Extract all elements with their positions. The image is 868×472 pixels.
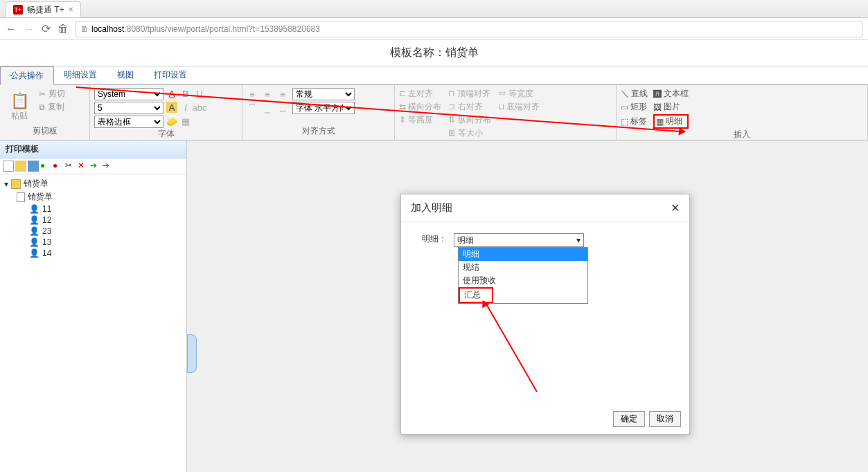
trash-icon[interactable]: 🗑 — [57, 23, 69, 35]
remove-icon[interactable]: ✕ — [78, 161, 89, 172]
tree-user[interactable]: 👤11 — [4, 203, 182, 215]
detail-dropdown: 明细 现结 使用预收 汇总 — [458, 247, 588, 304]
group-label-align: 对齐方式 — [247, 125, 390, 137]
tree-user[interactable]: 👤23 — [4, 226, 182, 237]
option-detail[interactable]: 明细 — [459, 248, 587, 261]
ok-button[interactable]: 确定 — [613, 411, 645, 427]
forward-icon[interactable]: → — [24, 23, 35, 35]
person-icon: 👤 — [29, 248, 39, 258]
layout-equal-width[interactable]: ⇔ 等宽度 — [498, 88, 540, 100]
clipboard-icon: 📋 — [10, 92, 29, 110]
layout-align-bottom[interactable]: ⊔ 底端对齐 — [498, 101, 540, 113]
favicon: T+ — [13, 5, 23, 15]
person-icon: 👤 — [29, 215, 39, 225]
tab-title: 畅捷通 T+ — [27, 4, 64, 16]
person-icon: 👤 — [29, 237, 39, 247]
browser-tab[interactable]: T+ 畅捷通 T+ × — [6, 1, 81, 17]
panel-gripper[interactable] — [187, 334, 197, 373]
cut-button[interactable]: ✂剪切 — [39, 88, 65, 100]
option-cash[interactable]: 现结 — [459, 261, 587, 274]
paste-button[interactable]: 📋 粘贴 — [4, 88, 35, 125]
align-center-icon[interactable]: ≡ — [262, 89, 273, 100]
detail-select[interactable]: 明细 ▾ — [454, 233, 584, 247]
valign-mid-icon[interactable]: ⎯ — [262, 102, 273, 114]
copy-button[interactable]: ⧉复制 — [39, 101, 65, 113]
valign-top-icon[interactable]: ⎴ — [247, 102, 258, 114]
layout-equal-size[interactable]: ⊞ 等大小 — [448, 127, 490, 139]
tab-close-icon[interactable]: × — [69, 5, 73, 15]
insert-textbox[interactable]: 🅰 文本框 — [653, 88, 689, 100]
sidebar: 打印模板 ● ● ✂ ✕ ➔ ➔ ▾销货单 销货单 👤11 👤12 👤23 👤1… — [0, 140, 187, 472]
ribbon-tab-common[interactable]: 公共操作 — [0, 66, 54, 85]
tree-user[interactable]: 👤13 — [4, 237, 182, 248]
tree: ▾销货单 销货单 👤11 👤12 👤23 👤13 👤14 — [0, 174, 186, 262]
scissors-icon: ✂ — [39, 89, 46, 99]
browser-toolbar: ← → ⟳ 🗑 🗎 localhost:8080/tplus/view/port… — [0, 18, 868, 40]
align-left-icon[interactable]: ≡ — [247, 89, 258, 100]
underline-icon[interactable]: U — [194, 88, 205, 99]
cancel-button[interactable]: 取消 — [649, 411, 681, 427]
page-icon: 🗎 — [80, 24, 89, 34]
ribbon-tabs: 公共操作 明细设置 视图 打印设置 — [0, 66, 868, 85]
layout-align-right[interactable]: ⊐ 右对齐 — [448, 101, 490, 113]
align-normal-select[interactable]: 常规 — [292, 88, 355, 100]
layout-equal-height[interactable]: ⇕ 等高度 — [399, 114, 441, 126]
page-title: 模板名称：销货单 — [0, 40, 868, 66]
eraser-icon[interactable]: 🧽 — [166, 116, 177, 127]
strike-icon[interactable]: abc — [194, 102, 205, 113]
back-icon[interactable]: ← — [6, 23, 17, 35]
ribbon-tab-view[interactable]: 视图 — [107, 66, 144, 84]
cut-tree-icon[interactable]: ✂ — [65, 161, 76, 172]
reload-icon[interactable]: ⟳ — [42, 22, 51, 35]
group-label-font: 字体 — [94, 128, 238, 140]
url-bar[interactable]: 🗎 localhost:8080/tplus/view/portal/porta… — [76, 21, 862, 37]
insert-image[interactable]: 🖼 图片 — [653, 101, 689, 113]
browser-tab-strip: T+ 畅捷通 T+ × — [0, 0, 868, 18]
group-clipboard: 📋 粘贴 ✂剪切 ⧉复制 剪切板 — [0, 85, 90, 140]
url-path: :8080/tplus/view/portal/portal.html?t=15… — [124, 24, 320, 34]
check-icon[interactable]: ● — [40, 161, 51, 172]
sidebar-toolbar: ● ● ✂ ✕ ➔ ➔ — [0, 158, 186, 174]
tree-child[interactable]: 销货单 — [4, 190, 182, 203]
url-host: localhost — [91, 24, 124, 34]
next-icon[interactable]: ➔ — [90, 161, 101, 172]
dialog-title: 加入明细 — [411, 201, 452, 215]
person-icon: 👤 — [29, 226, 39, 236]
border-icon[interactable]: ▦ — [180, 116, 191, 127]
tree-user[interactable]: 👤14 — [4, 248, 182, 259]
layout-align-left[interactable]: ⊏ 左对齐 — [399, 88, 441, 100]
align-right-icon[interactable]: ≡ — [277, 89, 288, 100]
layout-align-top[interactable]: ⊓ 顶端对齐 — [448, 88, 490, 100]
delete-icon[interactable]: ● — [53, 161, 64, 172]
group-align: ≡ ≡ ≡ 常规 ⎴ ⎯ ⎵ 字体 水平方向 对齐方式 — [242, 85, 395, 140]
chevron-down-icon: ▾ — [576, 235, 581, 245]
italic-icon[interactable]: I — [180, 102, 191, 113]
font-size-select[interactable]: 5 — [94, 102, 163, 114]
person-icon: 👤 — [29, 204, 39, 214]
add-detail-dialog: 加入明细 ✕ 明细： 明细 ▾ 明细 现结 使用预收 汇总 确定 取消 — [400, 194, 690, 435]
doc-icon — [17, 192, 25, 202]
group-label-clipboard: 剪切板 — [4, 125, 85, 137]
valign-bot-icon[interactable]: ⎵ — [277, 102, 288, 114]
insert-line[interactable]: ＼ 直线 — [621, 88, 648, 100]
tree-root[interactable]: ▾销货单 — [4, 177, 182, 190]
bold-icon[interactable]: B — [180, 88, 191, 99]
border-select[interactable]: 表格边框 — [94, 116, 163, 128]
sidebar-title: 打印模板 — [0, 140, 186, 158]
last-icon[interactable]: ➔ — [103, 161, 114, 172]
annotation-arrow-head — [679, 127, 687, 136]
tree-user[interactable]: 👤12 — [4, 215, 182, 226]
folder-icon — [11, 179, 21, 189]
open-icon[interactable] — [15, 161, 26, 172]
new-icon[interactable] — [3, 161, 14, 172]
detail-label: 明细： — [422, 233, 447, 245]
ribbon-tab-print[interactable]: 打印设置 — [144, 66, 197, 84]
option-prepay[interactable]: 使用预收 — [459, 274, 587, 287]
insert-detail[interactable]: ▦ 明细 — [653, 114, 689, 129]
highlight-icon[interactable]: A — [166, 102, 177, 113]
save-icon[interactable] — [28, 161, 39, 172]
dialog-close-icon[interactable]: ✕ — [671, 201, 680, 215]
group-insert: ＼ 直线 🅰 文本框 ▭ 矩形 🖼 图片 ⬚ 标签 ▦ 明细 插入 — [617, 85, 868, 140]
ribbon-tab-detail[interactable]: 明细设置 — [54, 66, 107, 84]
insert-rect[interactable]: ▭ 矩形 — [621, 101, 648, 113]
